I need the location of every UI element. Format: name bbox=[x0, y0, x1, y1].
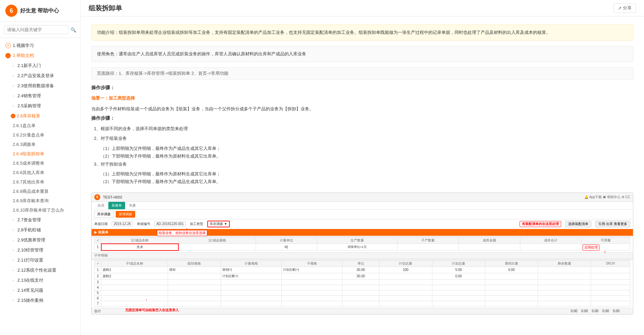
mock-icons-area: 🔔 App下载 ☎ 帮助中心 ⚙ CC bbox=[584, 195, 630, 200]
sidebar-item-210[interactable]: + 2.10经营管理 bbox=[0, 245, 80, 255]
step3-sub1: （1）上部明细为父件明细，最终作为原材料生成其它出库单； bbox=[91, 170, 633, 178]
sidebar-item-262[interactable]: 2.6.2分量盘点单 bbox=[0, 130, 80, 140]
mock-order-label: 单据编号 bbox=[137, 222, 150, 226]
sidebar-item-215[interactable]: + 2.15操作案例 bbox=[0, 295, 80, 305]
sidebar-item-label: 2.15操作案例 bbox=[17, 297, 43, 303]
mock-th-prod-qty: 生产数量 bbox=[317, 237, 397, 244]
expand-icon: + bbox=[11, 93, 16, 99]
sidebar-item-label: 1.视频学习 bbox=[13, 43, 34, 49]
expand-icon: + bbox=[5, 43, 11, 48]
mock-upper-section: ✓ 父/成品名称 父/成品规格 计量单位 生产数量 子产数量 成库金额 成本合计… bbox=[92, 237, 633, 252]
mock-section-icon: ▶ bbox=[94, 230, 97, 234]
sidebar-item-213[interactable]: + 2.13在线支付 bbox=[0, 275, 80, 285]
mock-total-4: 0.00 bbox=[602, 309, 609, 313]
expand-icon: + bbox=[11, 247, 16, 253]
sidebar-item-24[interactable]: + 2.4销售管理 bbox=[0, 91, 80, 101]
sidebar-item-266[interactable]: 2.6.6其他入库单 bbox=[0, 168, 80, 177]
mock-th-sub-qty: 子产数量 bbox=[397, 237, 459, 244]
mock-td-spec bbox=[178, 244, 256, 250]
sidebar-item-25[interactable]: + 2.5采购管理 bbox=[0, 101, 80, 111]
expand-icon: + bbox=[11, 258, 16, 263]
sidebar-item-27[interactable]: + 2.7资金管理 bbox=[0, 215, 80, 225]
mock-action-btn[interactable]: 引用 出库 查看更多 bbox=[595, 221, 630, 227]
sidebar-item-211[interactable]: + 2.11打印设置 bbox=[0, 255, 80, 265]
scene1-desc-text: 当由多个子件材料组装成一个成品的业务为【组装】业务，当由一个父件拆分成多个子产品… bbox=[91, 106, 314, 111]
mock-total-5: 0.00 bbox=[613, 309, 620, 313]
mock-nav-cancel[interactable]: 作废 bbox=[126, 202, 139, 209]
logo-icon: 6 bbox=[5, 5, 17, 17]
mock-th-cost: 成本合计 bbox=[520, 237, 581, 244]
sidebar-item-label: 2.14常见问题 bbox=[17, 287, 43, 293]
expand-icon: + bbox=[11, 227, 16, 233]
mock-header-id: TEST-H002 bbox=[103, 195, 122, 199]
sidebar-item-23[interactable]: + 2.3使用前数据准备 bbox=[0, 81, 80, 91]
sidebar-item-26[interactable]: - 2.6库存核算 bbox=[0, 111, 80, 121]
sidebar-item-267[interactable]: 2.6.7其他出库单 bbox=[0, 177, 80, 187]
mock-type-value[interactable]: 库存调拨 ▼ bbox=[207, 221, 230, 227]
sidebar-item-261[interactable]: 2.6.1盘点单 bbox=[0, 121, 80, 130]
mock-select-bom-btn[interactable]: 选择装配清单 bbox=[565, 221, 591, 227]
sidebar-item-268[interactable]: 2.6.8商品成本重算 bbox=[0, 187, 80, 196]
mock-th-stock-amt: 成库金额 bbox=[459, 237, 520, 244]
sidebar-item-214[interactable]: + 2.14常见问题 bbox=[0, 285, 80, 295]
mock-td-stock-amt bbox=[459, 244, 520, 250]
search-icon[interactable]: 🔍 bbox=[70, 27, 76, 33]
mock-date-value: 2019-12-26 bbox=[112, 221, 133, 226]
sidebar-item-265[interactable]: 2.6.5成本调整单 bbox=[0, 159, 80, 168]
logo-area: 6 好生意 帮助中心 bbox=[0, 0, 80, 22]
sidebar-item-label: 2.7资金管理 bbox=[17, 217, 41, 223]
step2-sub1: （1）上部明细为父件明细，最终作为产成品生成其它入库单； bbox=[91, 145, 633, 152]
sidebar-item-263[interactable]: 2.6.3调拨单 bbox=[0, 140, 80, 149]
mock-lower-label: 子件明细 bbox=[94, 253, 108, 258]
step3-sub2: （2）下部明细为子件明细，最终作为产成品生成其它入库单。 bbox=[91, 178, 633, 185]
sidebar-item-269[interactable]: 2.6.9库存账本查询 bbox=[0, 196, 80, 206]
mock-td-name: 关木 bbox=[101, 244, 178, 250]
mock-btn-new-transfer[interactable]: 新增调拨 bbox=[116, 211, 135, 218]
sidebar-item-264[interactable]: 2.6.4组装拆卸单 bbox=[0, 149, 80, 159]
search-input[interactable] bbox=[4, 25, 68, 34]
mock-form-row: 单据日期 2019-12-26 单据编号 AD-20191226-001 加工类… bbox=[92, 219, 633, 229]
mock-no-bom-annotation: 无固定清单可由组装空入在这里录入 bbox=[125, 308, 179, 313]
sidebar-item-label: 2.帮助文档 bbox=[13, 53, 34, 59]
mock-nav-self[interactable]: 自员 bbox=[94, 202, 108, 209]
expand-icon: + bbox=[11, 237, 16, 243]
sidebar-item-22[interactable]: + 2.2产品安装及登录 bbox=[0, 71, 80, 81]
mock-lower-row3: 3 bbox=[95, 279, 630, 285]
role-text: 使用角色：通常由生产人员或库管人员完成折装业务的操作，库管人员确认原材料的出库和… bbox=[97, 51, 306, 56]
mock-th-avail: 可用量 bbox=[581, 237, 630, 244]
mock-th-spec: 父/成品规格 bbox=[178, 237, 256, 244]
mock-lower-row5: 5 bbox=[95, 290, 630, 295]
expand-icon: + bbox=[11, 73, 16, 78]
expand-icon: - bbox=[11, 114, 15, 118]
sidebar-item-29[interactable]: + 2.9优惠券管理 bbox=[0, 235, 80, 245]
expand-icon: + bbox=[11, 298, 16, 303]
sidebar-item-28[interactable]: + 2.8手机旺铺 bbox=[0, 225, 80, 235]
sidebar-item-label: 2.8手机旺铺 bbox=[17, 227, 41, 233]
sidebar-item-docs[interactable]: - 2.帮助文档 bbox=[0, 51, 80, 61]
mock-total-label: 合计 bbox=[94, 309, 101, 314]
sidebar-item-label: 2.5采购管理 bbox=[17, 103, 41, 109]
screenshot-container: 6 TEST-H002 🔔 App下载 ☎ 帮助中心 ⚙ CC 自员 新建单 作… bbox=[91, 192, 633, 315]
expand-icon: + bbox=[11, 268, 16, 273]
mock-btn-transfer[interactable]: 库存调拨 bbox=[94, 211, 114, 218]
ops-title: 操作步骤： bbox=[91, 85, 633, 91]
sidebar-item-label: 2.3使用前数据准备 bbox=[17, 83, 54, 89]
share-button[interactable]: ↗ 分享 bbox=[613, 3, 636, 13]
sidebar-item-2610[interactable]: 2.6.10库存账本错了怎么办 bbox=[0, 206, 80, 215]
logo-text: 好生意 帮助中心 bbox=[20, 7, 59, 14]
expand-icon: + bbox=[11, 288, 16, 293]
sidebar-item-212[interactable]: + 2.12系统个性化设置 bbox=[0, 265, 80, 275]
expand-icon: + bbox=[11, 217, 16, 223]
ops-section: 操作步骤： 场景一：加工类型选择 当由多个子件材料组装成一个成品的业务为【组装】… bbox=[91, 85, 633, 186]
mock-lower-row4: 4 bbox=[95, 285, 630, 290]
step2: 2、对于组装业务 bbox=[91, 134, 633, 142]
mock-avail-annotation: 启用处理 bbox=[583, 244, 599, 250]
step1: 1、根据不同的业务，选择不同单据的类型来处理 bbox=[91, 125, 633, 132]
sidebar-item-21[interactable]: + 2.1新手入门 bbox=[0, 61, 80, 71]
mock-td-unit: 吨 bbox=[256, 244, 317, 250]
sidebar-item-video[interactable]: + 1.视频学习 bbox=[0, 41, 80, 51]
content-area: 功能介绍：组装拆卸单用来处理企业组装或拆卸等加工业务，支持有固定装配清单的产品加… bbox=[80, 16, 644, 335]
mock-date-label: 单据日期 bbox=[94, 222, 108, 226]
mock-nav-new[interactable]: 新建单 bbox=[108, 202, 125, 209]
mock-th-name: 父/成品名称 bbox=[101, 237, 178, 244]
